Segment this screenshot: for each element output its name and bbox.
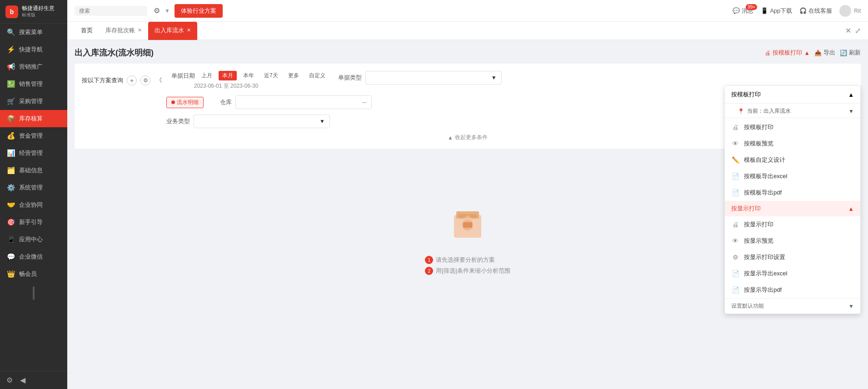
svg-rect-4	[463, 222, 472, 228]
dp-display-collapse-icon: ▲	[848, 205, 854, 212]
dp-template-print-label: 按模板打印	[744, 123, 773, 131]
sidebar-item-collab[interactable]: 🤝 企业协同	[0, 196, 67, 214]
dp-item-template-print[interactable]: 🖨 按模板打印	[725, 119, 860, 135]
date-filter-row: 单据日期 上月 本月 本年 近7天 更多 自定义	[171, 71, 329, 80]
topbar-service[interactable]: 🎧 在线客服	[799, 7, 832, 15]
sidebar-item-member[interactable]: 👑 畅会员	[0, 265, 67, 283]
export-button[interactable]: 📤 导出	[814, 49, 835, 57]
sidebar-item-shortcut[interactable]: ⚡ 快捷导航	[0, 41, 67, 58]
guide-icon: 🎯	[6, 218, 15, 226]
dp-item-template-excel[interactable]: 📄 按模板导出excel	[725, 168, 860, 185]
filter-add-button[interactable]: +	[127, 75, 137, 85]
date-btn-this-month[interactable]: 本月	[219, 71, 237, 80]
sidebar-item-label: 基础信息	[19, 166, 43, 175]
sidebar-item-appstore[interactable]: 📱 应用中心	[0, 231, 67, 248]
sidebar-item-search[interactable]: 🔍 搜索菜单	[0, 24, 67, 41]
page-content: 出入库流水(流水明细) 🖨 按模板打印 ▲ 📤 导出 🔄 刷新	[67, 40, 868, 389]
topbar-message[interactable]: 💬 消息 99+	[733, 7, 753, 15]
dp-display-print-label: 按显示打印	[744, 220, 773, 229]
collapse-sidebar-icon[interactable]: ◀	[20, 376, 25, 384]
topbar-app-download[interactable]: 📱 App下载	[761, 7, 792, 15]
tab-inventory-batch[interactable]: 库存批次账 ✕	[99, 22, 148, 40]
wechat-icon: 💬	[6, 253, 15, 261]
collapse-more-btn[interactable]: ▲ 收起更多条件	[448, 134, 488, 141]
dp-template-pdf-label: 按模板导出pdf	[744, 189, 782, 197]
dp-item-display-pdf[interactable]: 📄 按显示导出pdf	[725, 282, 860, 298]
dp-display-preview-icon: 👁	[731, 237, 739, 244]
window-expand-icon[interactable]: ⤢	[855, 26, 861, 35]
sidebar-item-label: 经营管理	[19, 149, 43, 157]
dp-display-section-label: 按显示打印	[731, 204, 761, 213]
dp-preview-icon: 👁	[731, 140, 739, 147]
dp-collapse-icon[interactable]: ▲	[848, 91, 854, 98]
tab-home-label: 首页	[81, 26, 93, 35]
settings-bottom-icon[interactable]: ⚙	[6, 376, 13, 384]
business-type-select[interactable]: ▼	[194, 115, 330, 128]
sidebar-item-purchase[interactable]: 🛒 采购管理	[0, 93, 67, 110]
date-btn-this-year[interactable]: 本年	[239, 71, 258, 80]
tip-text-2: 用[筛选]条件来缩小分析范围	[436, 267, 510, 275]
dp-item-display-print[interactable]: 🖨 按显示打印	[725, 216, 860, 233]
dp-current-arrow: ▼	[848, 108, 854, 115]
tab-flow-close-icon[interactable]: ✕	[187, 27, 191, 33]
date-btn-more[interactable]: 更多	[284, 71, 303, 80]
type-select[interactable]: ▼	[365, 71, 502, 85]
search-icon: 🔍	[6, 28, 15, 36]
trial-btn[interactable]: 体验行业方案	[175, 4, 223, 18]
topbar-gear-icon[interactable]: ⚙	[154, 6, 160, 15]
dp-item-display-settings[interactable]: ⚙ 按显示打印设置	[725, 249, 860, 265]
location-icon: 📍	[738, 108, 744, 115]
date-btn-last-month[interactable]: 上月	[198, 71, 216, 80]
dp-custom-icon: ✏️	[731, 156, 739, 164]
sidebar-item-sales[interactable]: 💹 销售管理	[0, 75, 67, 93]
refresh-button[interactable]: 🔄 刷新	[840, 49, 861, 57]
purchase-icon: 🛒	[6, 97, 15, 105]
marketing-icon: 📢	[6, 63, 15, 71]
dp-item-template-preview[interactable]: 👁 按模板预览	[725, 135, 860, 152]
sidebar-item-system[interactable]: ⚙️ 系统管理	[0, 179, 67, 196]
date-filter-group: 单据日期 上月 本月 本年 近7天 更多 自定义 2023-06-01 至 20…	[171, 71, 329, 90]
sidebar-menu: 🔍 搜索菜单 ⚡ 快捷导航 📢 营销推广 💹 销售管理 🛒 采购管理 📦 库存核…	[0, 24, 67, 371]
headset-icon: 🎧	[799, 7, 807, 14]
topbar-dropdown-icon[interactable]: ▼	[165, 8, 170, 14]
dp-display-section-header[interactable]: 按显示打印 ▲	[725, 201, 860, 216]
tip-text-1: 请先选择要分析的方案	[436, 256, 495, 264]
sidebar-item-finance[interactable]: 💰 资金管理	[0, 127, 67, 145]
sidebar-item-operation[interactable]: 📊 经营管理	[0, 145, 67, 162]
sidebar-item-inventory[interactable]: 📦 库存核算	[0, 110, 67, 127]
template-print-button[interactable]: 🖨 按模板打印 ▲	[765, 49, 810, 57]
topbar-user[interactable]: Rit	[839, 5, 861, 17]
tab-home[interactable]: 首页	[75, 22, 99, 40]
dp-footer[interactable]: 设置默认功能 ▼	[725, 298, 860, 314]
flow-detail-dot	[171, 100, 175, 104]
filter-collapse-button[interactable]: 《	[154, 75, 164, 85]
sidebar-item-marketing[interactable]: 📢 营销推广	[0, 58, 67, 75]
tab-flow-label: 出入库流水	[155, 26, 184, 35]
warehouse-label: 仓库	[220, 98, 232, 106]
topbar-search-box[interactable]	[75, 6, 147, 16]
filter-settings-button[interactable]: ⚙	[140, 75, 150, 85]
warehouse-select[interactable]: ···	[235, 95, 372, 109]
tab-flow[interactable]: 出入库流水 ✕	[148, 22, 197, 40]
business-type-arrow: ▼	[319, 118, 325, 125]
template-print-label: 按模板打印	[773, 49, 802, 57]
dp-item-display-preview[interactable]: 👁 按显示预览	[725, 233, 860, 249]
sidebar-item-wechat[interactable]: 💬 企业微信	[0, 248, 67, 265]
date-btn-custom[interactable]: 自定义	[305, 71, 329, 80]
dp-pdf-icon-1: 📄	[731, 189, 739, 196]
window-close-icon[interactable]: ✕	[845, 26, 851, 35]
empty-tip-1: 1 请先选择要分析的方案	[425, 256, 510, 264]
app-name: 畅捷通好生意	[22, 5, 55, 12]
dp-item-template-custom[interactable]: ✏️ 模板自定义设计	[725, 152, 860, 168]
search-input[interactable]	[79, 8, 143, 14]
sidebar-item-guide[interactable]: 🎯 新手引导	[0, 214, 67, 231]
tab-close-icon[interactable]: ✕	[138, 27, 142, 33]
page-header: 出入库流水(流水明细) 🖨 按模板打印 ▲ 📤 导出 🔄 刷新	[75, 47, 861, 58]
dp-item-display-excel[interactable]: 📄 按显示导出excel	[725, 265, 860, 282]
lightning-icon: ⚡	[6, 45, 15, 54]
sidebar-item-label: 营销推广	[19, 63, 43, 71]
dp-item-template-pdf[interactable]: 📄 按模板导出pdf	[725, 185, 860, 201]
flow-detail-tag[interactable]: 流水明细	[166, 97, 204, 108]
date-btn-7days[interactable]: 近7天	[260, 71, 282, 80]
sidebar-item-basic[interactable]: 🗂️ 基础信息	[0, 162, 67, 179]
